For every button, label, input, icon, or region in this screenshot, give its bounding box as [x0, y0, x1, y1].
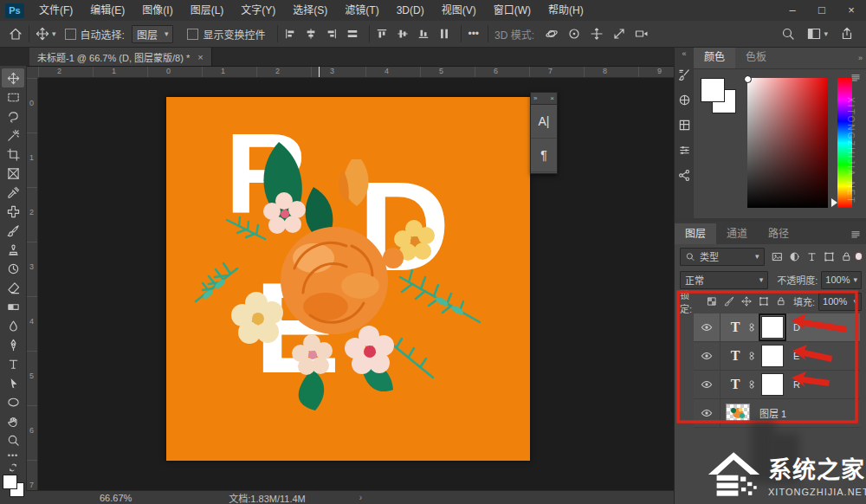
- opacity-field[interactable]: 100% ▾: [821, 271, 862, 289]
- menu-item[interactable]: 编辑(E): [81, 0, 133, 21]
- lock-transparent-pixels-icon[interactable]: [707, 296, 717, 307]
- minimize-button[interactable]: –: [778, 1, 807, 21]
- hue-slider-marker[interactable]: [831, 198, 837, 207]
- tab-color[interactable]: 颜色: [694, 47, 735, 68]
- panel-menu-icon[interactable]: [850, 229, 862, 239]
- eraser-tool[interactable]: [2, 278, 24, 297]
- filter-shape-layers-icon[interactable]: [824, 251, 835, 262]
- more-options-button[interactable]: •••: [468, 28, 479, 40]
- lasso-tool[interactable]: [2, 107, 24, 126]
- layer-mask-thumbnail[interactable]: [761, 373, 784, 396]
- horizontal-ruler[interactable]: 210123456789: [38, 66, 674, 78]
- layer-row[interactable]: T R: [694, 371, 860, 399]
- blur-tool[interactable]: [2, 316, 24, 335]
- type-tool[interactable]: [2, 354, 24, 373]
- image-layer-thumbnail[interactable]: [726, 404, 750, 423]
- home-icon[interactable]: [9, 27, 23, 41]
- share-icon[interactable]: [840, 27, 854, 41]
- brush-settings[interactable]: [678, 68, 691, 81]
- hand-tool[interactable]: [2, 411, 24, 430]
- tab-channels[interactable]: 通道: [716, 223, 758, 244]
- menu-item[interactable]: 文字(Y): [232, 0, 284, 21]
- layer-mask-thumbnail[interactable]: [761, 345, 784, 367]
- menu-item[interactable]: 选择(S): [284, 0, 336, 21]
- panel-collapse-icon[interactable]: »: [533, 94, 537, 102]
- tab-paths[interactable]: 路径: [758, 223, 799, 244]
- healing-brush-tool[interactable]: [2, 202, 24, 221]
- properties[interactable]: [678, 144, 691, 157]
- history-brush-tool[interactable]: [2, 259, 24, 278]
- layer-row[interactable]: T D: [694, 313, 860, 342]
- filter-pixel-layers-icon[interactable]: [772, 251, 783, 262]
- frame-tool[interactable]: [2, 164, 24, 183]
- tab-layers[interactable]: 图层: [675, 223, 716, 244]
- color-swatch-pair[interactable]: [701, 78, 739, 116]
- share-3d[interactable]: [678, 169, 691, 182]
- tab-swatches[interactable]: 色板: [735, 47, 777, 68]
- panel-expand-icon[interactable]: »: [858, 54, 866, 62]
- ellipse-tool[interactable]: [2, 392, 24, 411]
- swap-colors-icon[interactable]: [8, 462, 18, 473]
- status-chevron-icon[interactable]: ›: [359, 493, 362, 502]
- orbit-3d-icon[interactable]: [545, 27, 559, 41]
- auto-select-checkbox[interactable]: [65, 29, 76, 40]
- menu-item[interactable]: 滤镜(T): [336, 0, 387, 21]
- align-center-horizontal-icon[interactable]: [305, 28, 317, 40]
- search-icon[interactable]: [781, 27, 795, 41]
- blend-mode-dropdown[interactable]: 正常 ▾: [680, 271, 768, 289]
- distribute-horizontal-icon[interactable]: [346, 28, 359, 40]
- align-right-icon[interactable]: [326, 28, 338, 40]
- lock-artboard-icon[interactable]: [759, 296, 769, 307]
- auto-select-dropdown[interactable]: 图层 ▾: [132, 25, 174, 43]
- lock-image-pixels-icon[interactable]: [724, 296, 734, 307]
- visibility-toggle[interactable]: [694, 399, 721, 427]
- magic-wand-tool[interactable]: [2, 126, 24, 145]
- paragraph-panel-icon[interactable]: ¶: [531, 139, 557, 172]
- filter-adjustment-layers-icon[interactable]: [789, 251, 800, 262]
- filter-smart-object-icon[interactable]: [841, 251, 852, 262]
- layer-mask-thumbnail[interactable]: [761, 316, 784, 339]
- crop-tool[interactable]: [2, 145, 24, 164]
- layer-name[interactable]: 图层 1: [759, 406, 786, 420]
- roll-3d-icon[interactable]: [567, 27, 581, 41]
- menu-item[interactable]: 窗口(W): [485, 0, 540, 21]
- pan-3d-icon[interactable]: [590, 27, 604, 41]
- marquee-tool[interactable]: [2, 87, 24, 107]
- zoom-level-field[interactable]: 66.67%: [100, 493, 132, 503]
- visibility-toggle[interactable]: [694, 313, 721, 341]
- move-tool-icon[interactable]: [36, 27, 49, 41]
- filter-type-layers-icon[interactable]: [806, 251, 818, 262]
- text-layer-thumbnail[interactable]: T: [726, 348, 745, 364]
- slide-3d-icon[interactable]: [612, 27, 626, 41]
- close-button[interactable]: ×: [837, 1, 866, 21]
- layer-row[interactable]: T E: [694, 342, 860, 371]
- toolbar-more-button[interactable]: •••: [8, 451, 18, 460]
- layer-name[interactable]: D: [793, 322, 800, 333]
- align-left-icon[interactable]: [284, 28, 296, 40]
- text-layer-thumbnail[interactable]: T: [726, 377, 745, 392]
- align-center-vertical-icon[interactable]: [397, 28, 409, 40]
- align-bottom-icon[interactable]: [417, 28, 430, 40]
- show-transform-checkbox[interactable]: [187, 29, 198, 40]
- panel-close-icon[interactable]: ×: [550, 94, 554, 102]
- vertical-ruler[interactable]: 01234567: [26, 78, 38, 491]
- menu-item[interactable]: 图像(I): [133, 0, 181, 21]
- layer-name[interactable]: E: [793, 351, 799, 361]
- distribute-vertical-icon[interactable]: [438, 28, 450, 40]
- saturation-brightness-field[interactable]: [747, 78, 828, 208]
- clone-stamp-tool[interactable]: [2, 240, 24, 259]
- foreground-color-swatch[interactable]: [3, 475, 17, 489]
- foreground-color-swatch[interactable]: [701, 78, 725, 102]
- menu-item[interactable]: 帮助(H): [540, 0, 592, 21]
- visibility-toggle[interactable]: [694, 371, 721, 398]
- adjustments[interactable]: [678, 94, 691, 107]
- lock-position-icon[interactable]: [741, 296, 752, 307]
- gradient-tool[interactable]: [2, 297, 24, 316]
- menu-item[interactable]: 视图(V): [433, 0, 485, 21]
- align-top-icon[interactable]: [376, 28, 388, 40]
- libraries[interactable]: [678, 119, 691, 132]
- layer-name[interactable]: R: [793, 379, 800, 390]
- dock-collapse-icon[interactable]: «: [675, 47, 694, 58]
- visibility-toggle[interactable]: [694, 342, 721, 370]
- filter-toggle[interactable]: [856, 253, 862, 260]
